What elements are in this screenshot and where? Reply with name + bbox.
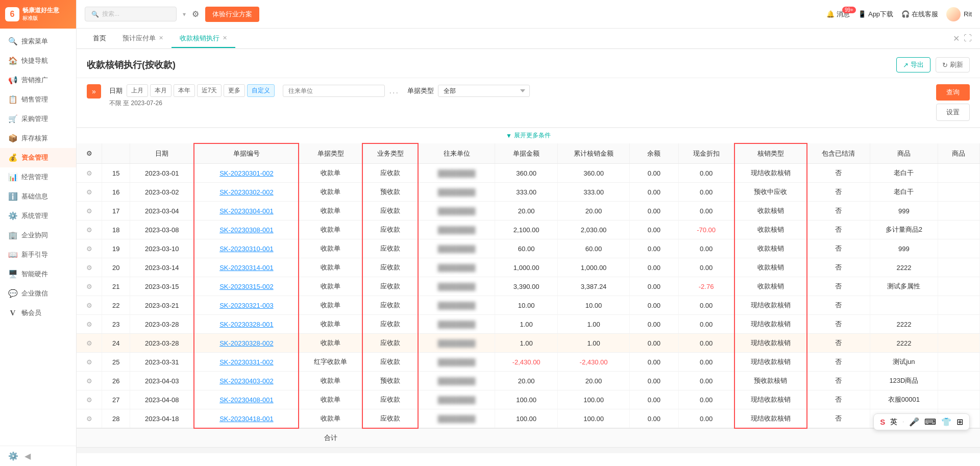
cell-doc-no[interactable]: SK-20230331-002 xyxy=(194,353,299,372)
ime-keyboard-icon[interactable]: ⌨ xyxy=(924,417,936,427)
sidebar-item-hardware[interactable]: 🖥️ 智能硬件 xyxy=(0,264,76,284)
sidebar-item-sales[interactable]: 📋 销售管理 xyxy=(0,90,76,109)
cell-gear[interactable]: ⚙ xyxy=(77,296,102,315)
cell-accum: 3,387.24 xyxy=(558,277,630,296)
filter-toggle-button[interactable]: » xyxy=(87,84,101,99)
refresh-button[interactable]: ↻ 刷新 xyxy=(936,57,970,72)
cell-gear[interactable]: ⚙ xyxy=(77,202,102,220)
sidebar-item-quicknav[interactable]: 🏠 快捷导航 xyxy=(0,51,76,70)
settings-icon[interactable]: ⚙️ xyxy=(8,451,18,461)
logo-sub: 标准版 xyxy=(22,15,59,22)
partner-input[interactable] xyxy=(283,85,385,97)
date-this-year[interactable]: 本年 xyxy=(174,84,195,97)
cell-doc-no[interactable]: SK-20230302-002 xyxy=(194,183,299,202)
cell-doc-no[interactable]: SK-20230304-001 xyxy=(194,202,299,220)
search-icon: 🔍 xyxy=(91,11,99,18)
cell-doc-no[interactable]: SK-20230308-001 xyxy=(194,220,299,239)
global-search[interactable]: 🔍 搜索... xyxy=(85,7,177,21)
cell-accum: 100.00 xyxy=(558,390,630,409)
ime-mic-icon[interactable]: 🎤 xyxy=(909,417,919,427)
cell-partner: ████████ xyxy=(418,277,495,296)
close-tab-icon[interactable]: ✕ xyxy=(953,34,960,43)
sidebar-item-search[interactable]: 🔍 搜索菜单 xyxy=(0,32,76,51)
cell-gear[interactable]: ⚙ xyxy=(77,258,102,277)
cell-doc-no[interactable]: SK-20230310-001 xyxy=(194,239,299,258)
cell-num: 26 xyxy=(102,372,130,390)
horizontal-scrollbar[interactable] xyxy=(77,447,980,453)
cell-doc-no[interactable]: SK-20230328-002 xyxy=(194,334,299,353)
cell-gear[interactable]: ⚙ xyxy=(77,220,102,239)
cell-doc-no[interactable]: SK-20230315-002 xyxy=(194,277,299,296)
fullscreen-icon[interactable]: ⛶ xyxy=(964,34,972,43)
tab-close-collection[interactable]: ✕ xyxy=(223,35,227,41)
date-last-month[interactable]: 上月 xyxy=(127,84,148,97)
cell-doc-no[interactable]: SK-20230321-003 xyxy=(194,296,299,315)
app-download-button[interactable]: 📱 App下载 xyxy=(858,10,893,19)
doctype-select[interactable]: 全部 收款单 xyxy=(438,85,530,97)
messages-button[interactable]: 🔔 消息 99+ xyxy=(826,10,850,19)
th-gear[interactable]: ⚙ xyxy=(77,143,102,164)
cell-doc-type: 收款单 xyxy=(299,258,362,277)
cell-gear[interactable]: ⚙ xyxy=(77,353,102,372)
cell-doc-no[interactable]: SK-20230408-001 xyxy=(194,390,299,409)
cell-doc-no[interactable]: SK-20230403-002 xyxy=(194,372,299,390)
expand-filters-button[interactable]: ▼ 展开更多条件 xyxy=(77,128,980,143)
sidebar-item-member[interactable]: V 畅会员 xyxy=(0,303,76,323)
inventory-icon: 📦 xyxy=(8,134,17,143)
sidebar-item-operations[interactable]: 📊 经营管理 xyxy=(0,167,76,187)
cell-gear[interactable]: ⚙ xyxy=(77,315,102,334)
sidebar-item-system[interactable]: ⚙️ 系统管理 xyxy=(0,206,76,226)
industry-solution-button[interactable]: 体验行业方案 xyxy=(205,7,259,22)
sidebar-item-marketing[interactable]: 📢 营销推广 xyxy=(0,70,76,90)
sidebar-item-inventory[interactable]: 📦 库存核算 xyxy=(0,129,76,148)
cell-gear[interactable]: ⚙ xyxy=(77,239,102,258)
cell-cancel-type: 收款核销 xyxy=(734,277,807,296)
ime-lang-label[interactable]: 英 xyxy=(890,418,897,427)
sidebar-item-wechat[interactable]: 💬 企业微信 xyxy=(0,284,76,303)
cell-gear[interactable]: ⚙ xyxy=(77,390,102,409)
cell-gear[interactable]: ⚙ xyxy=(77,164,102,183)
export-button[interactable]: ↗ 导出 xyxy=(896,57,930,72)
cell-accum: 100.00 xyxy=(558,409,630,429)
cell-gear[interactable]: ⚙ xyxy=(77,334,102,353)
cell-doc-no[interactable]: SK-20230328-001 xyxy=(194,315,299,334)
tab-collection[interactable]: 收款核销执行 ✕ xyxy=(172,30,235,48)
sidebar-item-finance[interactable]: 💰 资金管理 xyxy=(0,148,76,167)
date-more[interactable]: 更多 xyxy=(224,84,245,97)
partner-dots[interactable]: ... xyxy=(389,86,399,95)
cell-accum: 1.00 xyxy=(558,334,630,353)
cell-doc-no[interactable]: SK-20230418-001 xyxy=(194,409,299,429)
ime-grid-icon[interactable]: ⊞ xyxy=(957,417,963,427)
online-service-button[interactable]: 🎧 在线客服 xyxy=(901,10,938,19)
date-this-month[interactable]: 本月 xyxy=(150,84,172,97)
sidebar-item-purchase[interactable]: 🛒 采购管理 xyxy=(0,109,76,129)
cell-gear[interactable]: ⚙ xyxy=(77,277,102,296)
cell-date: 2023-03-14 xyxy=(130,258,194,277)
page-actions: ↗ 导出 ↻ 刷新 xyxy=(896,57,970,72)
date-7days[interactable]: 近7天 xyxy=(197,84,222,97)
cell-accum: 2,030.00 xyxy=(558,220,630,239)
query-button[interactable]: 查询 xyxy=(936,84,970,101)
th-doc-no[interactable]: 单据编号 xyxy=(194,143,299,164)
sidebar-item-basic[interactable]: ℹ️ 基础信息 xyxy=(0,187,76,206)
topbar-gear-icon[interactable]: ⚙ xyxy=(192,9,199,19)
tab-home[interactable]: 首页 xyxy=(85,30,114,48)
ime-shirt-icon[interactable]: 👕 xyxy=(941,417,951,427)
cell-gear[interactable]: ⚙ xyxy=(77,183,102,202)
sidebar-item-guide[interactable]: 📖 新手引导 xyxy=(0,245,76,264)
cell-doc-no[interactable]: SK-20230314-001 xyxy=(194,258,299,277)
topbar: 🔍 搜索... ▾ ⚙ 体验行业方案 🔔 消息 99+ 📱 App下载 🎧 在线… xyxy=(77,0,980,29)
chevron-down-icon: ▼ xyxy=(506,132,512,139)
cell-gear[interactable]: ⚙ xyxy=(77,409,102,429)
footer-goods2 xyxy=(938,428,979,447)
cell-amount: 100.00 xyxy=(495,409,558,429)
tab-close-prepay[interactable]: ✕ xyxy=(159,35,163,41)
date-custom[interactable]: 自定义 xyxy=(247,84,275,97)
settings-button[interactable]: 设置 xyxy=(936,104,970,121)
collapse-icon[interactable]: ◀ xyxy=(24,451,31,461)
cell-gear[interactable]: ⚙ xyxy=(77,372,102,390)
cell-date: 2023-04-03 xyxy=(130,372,194,390)
sidebar-item-corp[interactable]: 🏢 企业协同 xyxy=(0,226,76,245)
cell-doc-no[interactable]: SK-20230301-002 xyxy=(194,164,299,183)
tab-prepay[interactable]: 预计应付单 ✕ xyxy=(114,30,172,48)
